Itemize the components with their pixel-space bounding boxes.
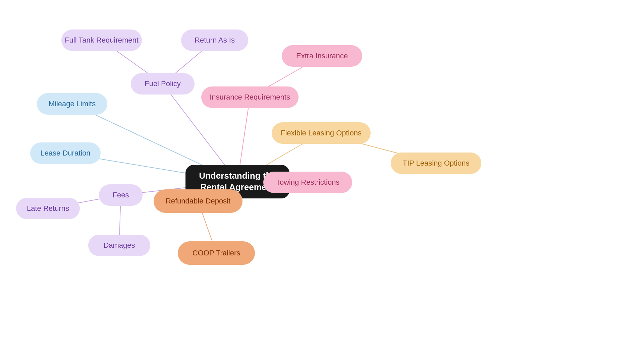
fuel-policy-node: Fuel Policy <box>131 73 195 95</box>
insurance-requirements-node: Insurance Requirements <box>201 86 299 108</box>
flexible-leasing-node: Flexible Leasing Options <box>272 122 371 144</box>
coop-trailers-node: COOP Trailers <box>178 241 255 265</box>
late-returns-node: Late Returns <box>16 198 80 219</box>
towing-restrictions-node: Towing Restrictions <box>263 172 352 193</box>
damages-node: Damages <box>88 235 150 256</box>
mindmap-container: Understanding the Rental Agreement Full … <box>0 0 644 363</box>
full-tank-node: Full Tank Requirement <box>61 29 142 51</box>
tip-leasing-node: TIP Leasing Options <box>391 153 481 174</box>
return-as-is-node: Return As Is <box>181 29 248 51</box>
mileage-limits-node: Mileage Limits <box>37 93 107 115</box>
extra-insurance-node: Extra Insurance <box>282 45 362 67</box>
fees-node: Fees <box>99 184 143 206</box>
refundable-deposit-node: Refundable Deposit <box>154 189 243 213</box>
lease-duration-node: Lease Duration <box>30 142 101 164</box>
